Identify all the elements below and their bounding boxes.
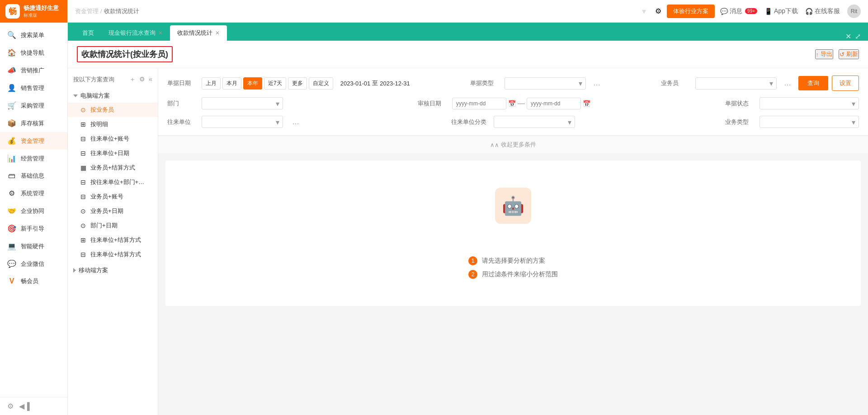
voucher-type-select[interactable] xyxy=(505,77,586,90)
export-btn[interactable]: ↑ 导出 xyxy=(815,49,834,59)
tree-item-partner-dept[interactable]: ⊟ 按往来单位+部门+收... xyxy=(68,175,158,189)
voucher-status-select-wrapper xyxy=(760,97,859,109)
industry-btn[interactable]: 体验行业方案 xyxy=(667,5,715,18)
tab-home[interactable]: 首页 xyxy=(75,25,101,41)
messages-label: 消息 xyxy=(730,7,742,15)
sidebar-item-quick-nav[interactable]: 🏠 快捷导航 xyxy=(0,44,67,61)
calendar-to-icon[interactable]: 📅 xyxy=(583,100,590,107)
gear-icon[interactable]: ⚙ xyxy=(655,7,661,15)
tree-item-label: 业务员+账号 xyxy=(90,193,123,201)
sidebar-item-base[interactable]: 🗃 基础信息 xyxy=(0,167,67,184)
partner-more-icon[interactable]: … xyxy=(292,118,299,126)
sidebar-item-finance[interactable]: 💰 资金管理 xyxy=(0,132,67,150)
tree-item-dept-date[interactable]: ⊙ 部门+日期 xyxy=(68,218,158,233)
voucher-type-select-wrapper xyxy=(505,77,586,90)
sidebar-item-hardware[interactable]: 💻 智能硬件 xyxy=(0,237,67,255)
system-nav-icon: ⚙ xyxy=(7,189,16,198)
settings-scheme-icon[interactable]: ⚙ xyxy=(139,75,145,84)
collapse-footer-icon[interactable]: ◀▐ xyxy=(19,402,29,410)
setting-btn[interactable]: 设置 xyxy=(832,75,859,91)
messages-badge: 99+ xyxy=(745,8,757,14)
voucher-status-select[interactable] xyxy=(760,97,859,109)
collapse-scheme-icon[interactable]: « xyxy=(149,75,152,84)
tree-section-mobile-header[interactable]: 移动端方案 xyxy=(68,264,158,277)
dept-select[interactable] xyxy=(202,97,283,109)
sidebar-item-guide[interactable]: 🎯 新手引导 xyxy=(0,220,67,237)
tab-collection-stats[interactable]: 收款情况统计 ✕ xyxy=(170,25,227,41)
tab-bank-flow[interactable]: 现金银行流水查询 ✕ xyxy=(101,25,170,41)
date-btn-this-month[interactable]: 本月 xyxy=(222,77,241,90)
partner-category-select[interactable] xyxy=(494,116,575,128)
settings-footer-icon[interactable]: ⚙ xyxy=(7,402,14,410)
left-panel-header: 按以下方案查询 ＋ ⚙ « xyxy=(68,72,158,87)
tree-item-staff-settlement[interactable]: ▦ 业务员+结算方式 xyxy=(68,160,158,175)
content-area: 按以下方案查询 ＋ ⚙ « xyxy=(68,68,868,415)
date-btn-last-month[interactable]: 上月 xyxy=(202,77,221,90)
tree-item-partner-date[interactable]: ⊟ 往来单位+日期 xyxy=(68,146,158,160)
sidebar-item-marketing[interactable]: 📣 营销推广 xyxy=(0,61,67,79)
staff-more-icon[interactable]: … xyxy=(784,79,791,87)
online-service-btn[interactable]: 🎧 在线客服 xyxy=(805,7,840,15)
biz-type-select[interactable] xyxy=(760,116,859,128)
app-download-btn[interactable]: 📱 App下载 xyxy=(764,7,798,15)
tree-item-staff-date[interactable]: ⊙ 业务员+日期 xyxy=(68,204,158,218)
sidebar-item-wechat[interactable]: 💬 企业微信 xyxy=(0,255,67,273)
tab-close-all-icon[interactable]: ✕ xyxy=(845,32,851,41)
voucher-type-more-icon[interactable]: … xyxy=(593,79,600,87)
sidebar-item-label: 经营管理 xyxy=(21,155,44,163)
sidebar-item-label: 库存核算 xyxy=(21,119,44,127)
tree-item-label: 按明细 xyxy=(90,120,108,128)
sidebar-item-sales[interactable]: 👤 销售管理 xyxy=(0,79,67,97)
tree-section-desktop-header[interactable]: 电脑端方案 xyxy=(68,89,158,103)
tree-item-icon: ⊞ xyxy=(80,121,88,128)
tree-item-icon: ⊟ xyxy=(80,179,88,186)
sidebar-item-search[interactable]: 🔍 搜索菜单 xyxy=(0,26,67,44)
sidebar-item-operation[interactable]: 📊 经营管理 xyxy=(0,150,67,167)
marketing-nav-icon: 📣 xyxy=(7,66,16,75)
tree-item-icon: ▦ xyxy=(80,164,88,171)
tree-item-icon: ⊙ xyxy=(80,106,88,113)
review-date-to[interactable] xyxy=(527,98,581,109)
page-header: 收款情况统计(按业务员) ↑ 导出 ↺ 刷新 xyxy=(68,41,868,68)
step-2-label: 用过滤条件来缩小分析范围 xyxy=(482,270,558,278)
date-range-sep: 至 xyxy=(372,79,378,87)
sidebar-item-member[interactable]: V 畅会员 xyxy=(0,273,67,290)
tree-item-by-detail[interactable]: ⊞ 按明细 xyxy=(68,117,158,132)
date-btn-custom[interactable]: 自定义 xyxy=(309,77,333,90)
date-btn-this-year[interactable]: 本年 xyxy=(243,77,262,90)
sidebar-item-purchase[interactable]: 🛒 采购管理 xyxy=(0,97,67,114)
tree-section-mobile: 移动端方案 xyxy=(68,264,158,277)
sidebar-item-system[interactable]: ⚙ 系统管理 xyxy=(0,184,67,202)
user-avatar[interactable]: Rit xyxy=(847,5,861,18)
tree-item-label: 按往来单位+部门+收... xyxy=(90,178,149,186)
tree-item-partner-settle2[interactable]: ⊟ 往来单位+结算方式 xyxy=(68,247,158,262)
tree-item-by-staff[interactable]: ⊙ 按业务员 xyxy=(68,103,158,117)
collapse-bar[interactable]: ∧∧ 收起更多条件 xyxy=(158,136,868,153)
tree-section-desktop: 电脑端方案 ⊙ 按业务员 ⊞ 按明细 ⊟ 往来单位+账号 ⊟ 往来单位+日期 xyxy=(68,89,158,262)
tree-item-partner-settle1[interactable]: ⊞ 往来单位+结算方式 xyxy=(68,233,158,247)
tree-item-partner-account[interactable]: ⊟ 往来单位+账号 xyxy=(68,132,158,146)
messages-btn[interactable]: 💬 消息 99+ xyxy=(720,7,757,15)
tree-section-label: 电脑端方案 xyxy=(80,92,110,100)
tab-bank-flow-close[interactable]: ✕ xyxy=(158,30,163,36)
review-date-from[interactable] xyxy=(452,98,506,109)
calendar-from-icon[interactable]: 📅 xyxy=(508,100,516,107)
breadcrumb-sep: / xyxy=(100,8,102,14)
staff-select[interactable] xyxy=(695,77,777,90)
partner-select[interactable] xyxy=(202,116,283,128)
tab-maximize-icon[interactable]: ⤢ xyxy=(855,32,861,41)
date-btn-more[interactable]: 更多 xyxy=(288,77,307,90)
refresh-btn[interactable]: ↺ 刷新 xyxy=(839,49,859,59)
collapse-icon: ∧∧ xyxy=(490,141,499,148)
tree-item-staff-account[interactable]: ⊟ 业务员+账号 xyxy=(68,189,158,204)
sidebar-item-enterprise[interactable]: 🤝 企业协同 xyxy=(0,202,67,220)
query-btn[interactable]: 查询 xyxy=(798,76,828,90)
biz-type-select-wrapper xyxy=(760,116,859,128)
logo-badge: 标准版 xyxy=(24,12,59,19)
date-btn-last-7[interactable]: 近7天 xyxy=(264,77,286,90)
add-scheme-icon[interactable]: ＋ xyxy=(129,75,136,84)
sidebar-item-inventory[interactable]: 📦 库存核算 xyxy=(0,114,67,132)
page-header-actions: ↑ 导出 ↺ 刷新 xyxy=(815,49,859,59)
service-icon: 🎧 xyxy=(805,8,813,15)
tab-collection-stats-close[interactable]: ✕ xyxy=(215,30,220,36)
